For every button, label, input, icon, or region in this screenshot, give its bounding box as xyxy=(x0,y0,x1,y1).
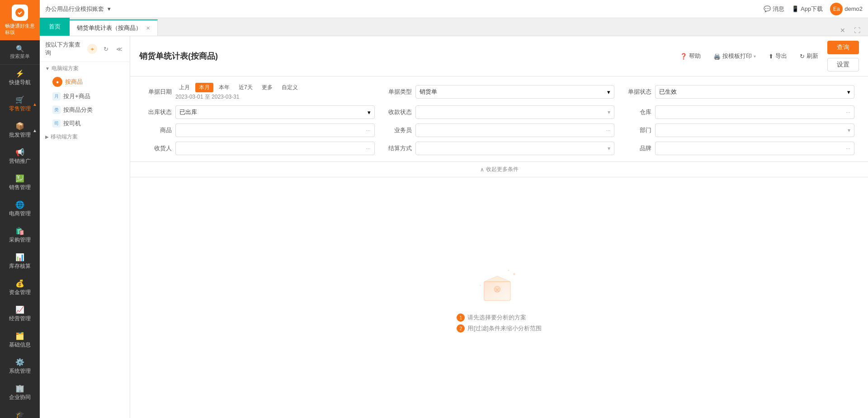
dropdown-icon[interactable]: ▾ xyxy=(108,5,111,12)
sidebar-item-inventory[interactable]: 📊 库存核算 xyxy=(0,248,40,275)
sidebar-item-guide[interactable]: 🎓 新手引导 xyxy=(0,406,40,418)
goods-label: 商品 xyxy=(139,126,175,134)
sidebar-item-marketing[interactable]: 📢 营销推广 xyxy=(0,143,40,170)
sidebar-item-sales[interactable]: 💹 销售管理 xyxy=(0,170,40,196)
date-tab-more[interactable]: 更多 xyxy=(258,83,276,92)
app-download-btn[interactable]: 📱 App下载 xyxy=(792,5,823,13)
user-avatar-btn[interactable]: Ea demo2 xyxy=(830,3,863,15)
refresh-icon: ↻ xyxy=(800,53,805,60)
empty-tip-1: 1 请先选择要分析的方案 xyxy=(457,314,541,322)
logo-icon xyxy=(12,5,28,21)
add-scheme-btn[interactable]: + xyxy=(87,44,97,54)
filter-row-3: 商品 ··· 业务员 ··· xyxy=(139,124,859,137)
tree-item-by-driver[interactable]: 司 按司机 xyxy=(40,117,130,130)
sidebar-item-enterprise[interactable]: 🏢 企业协同 xyxy=(0,380,40,406)
search-menu-item[interactable]: 🔍 搜索菜单 xyxy=(0,40,40,65)
sidebar-item-operations[interactable]: 📈 经营管理 xyxy=(0,301,40,327)
pay-filter-cell: 收款状态 ▾ xyxy=(379,105,619,119)
dept-control: ▾ xyxy=(655,124,854,137)
date-filter-cell: 单据日期 上月 本月 本年 近7天 更多 自定义 xyxy=(139,83,379,101)
tip-num-1: 1 xyxy=(457,314,465,322)
empty-tip-2: 2 用[过滤]条件来缩小分析范围 xyxy=(457,324,541,332)
warehouse-filter-cell: 仓库 ··· xyxy=(619,105,859,119)
tree-section-mobile: ▶ 移动端方案 xyxy=(40,130,130,142)
warehouse-more-icon: ··· xyxy=(846,109,850,115)
salesman-select[interactable]: ··· xyxy=(415,124,615,137)
tab-home[interactable]: 首页 xyxy=(40,18,70,36)
date-tab-this-year[interactable]: 本年 xyxy=(215,83,233,92)
print-btn[interactable]: 🖨️ 按模板打印 ▾ xyxy=(710,50,760,62)
tree-item-by-goods[interactable]: ● 按商品 xyxy=(40,74,130,90)
tab-sales-stats[interactable]: 销货单统计表（按商品） ✕ xyxy=(70,19,158,36)
svg-point-6 xyxy=(513,273,515,276)
print-arrow-icon: ▾ xyxy=(754,54,756,59)
settings-btn[interactable]: 设置 xyxy=(827,58,859,71)
dept-select[interactable]: ▾ xyxy=(655,124,854,137)
payment-filter-cell: 结算方式 ▾ xyxy=(379,142,619,155)
sidebar-item-basic[interactable]: 🗂️ 基础信息 xyxy=(0,327,40,353)
warehouse-select[interactable]: ··· xyxy=(655,105,854,119)
active-scheme-icon: ● xyxy=(52,77,62,87)
brand-select[interactable]: ··· xyxy=(655,142,854,155)
collapse-filters-btn[interactable]: ∧ 收起更多条件 xyxy=(130,162,868,177)
refresh-btn[interactable]: ↻ 刷新 xyxy=(796,50,822,62)
maximize-window-btn[interactable]: ⛶ xyxy=(852,25,863,36)
export-icon: ⬆ xyxy=(769,53,774,60)
pay-select[interactable]: ▾ xyxy=(415,105,615,119)
type-label: 单据类型 xyxy=(379,88,415,96)
dept-label: 部门 xyxy=(619,126,655,134)
date-label: 单据日期 xyxy=(139,88,175,96)
brand-filter-cell: 品牌 ··· xyxy=(619,142,859,155)
goods-more-icon: ··· xyxy=(366,127,371,133)
sidebar-item-system[interactable]: ⚙️ 系统管理 xyxy=(0,353,40,380)
close-window-btn[interactable]: ✕ xyxy=(837,25,848,36)
payment-label: 结算方式 xyxy=(379,144,415,152)
receiver-select[interactable]: ··· xyxy=(175,142,375,155)
payment-select[interactable]: ▾ xyxy=(415,142,615,155)
query-btn[interactable]: 查询 xyxy=(827,41,859,54)
date-tab-7days[interactable]: 近7天 xyxy=(235,83,256,92)
type-control: 销货单 ▾ xyxy=(415,85,615,99)
refresh-scheme-btn[interactable]: ↻ xyxy=(101,44,111,54)
goods-select[interactable]: ··· xyxy=(175,124,375,137)
message-btn[interactable]: 💬 消息 xyxy=(764,5,784,13)
outstock-arrow: ▾ xyxy=(368,109,371,116)
export-btn[interactable]: ⬆ 导出 xyxy=(765,50,791,62)
tree-item-by-month-goods[interactable]: 月 按月+商品 xyxy=(40,90,130,103)
logo-text: 畅捷通好生意 标版 xyxy=(5,23,35,36)
page-header: 销货单统计表(按商品) ❓ 帮助 🖨️ 按模板打印 ▾ ⬆ 导出 xyxy=(130,36,868,76)
type-select[interactable]: 销货单 ▾ xyxy=(415,85,615,99)
filter-row-1: 单据日期 上月 本月 本年 近7天 更多 自定义 xyxy=(139,83,859,101)
sidebar-logo: 畅捷通好生意 标版 xyxy=(0,0,40,40)
sidebar-item-wholesale[interactable]: 📦 批发管理 ▲ xyxy=(0,117,40,143)
outstock-filter-cell: 出库状态 已出库 ▾ xyxy=(139,105,379,119)
outstock-select[interactable]: 已出库 ▾ xyxy=(175,105,375,119)
industry-label: 办公用品行业模拟账套 xyxy=(45,5,104,13)
goods-control: ··· xyxy=(175,124,375,137)
left-panel: 按以下方案查询 + ↻ ≪ ▼ 电脑端方案 ● 按商品 月 按月+商品 xyxy=(40,36,130,418)
date-tab-this-month[interactable]: 本月 xyxy=(195,83,213,92)
help-btn[interactable]: ❓ 帮助 xyxy=(676,50,704,62)
date-tab-custom[interactable]: 自定义 xyxy=(278,83,302,92)
page-title: 销货单统计表(按商品) xyxy=(139,51,218,62)
status-select[interactable]: 已生效 ▾ xyxy=(655,85,854,99)
scheme-icon-month: 月 xyxy=(52,92,61,100)
payment-control: ▾ xyxy=(415,142,615,155)
sidebar-item-ecommerce[interactable]: 🌐 电商管理 xyxy=(0,196,40,222)
sidebar-item-purchase[interactable]: 🛍️ 采购管理 xyxy=(0,222,40,248)
status-control: 已生效 ▾ xyxy=(655,85,854,99)
sidebar-item-finance[interactable]: 💰 资金管理 xyxy=(0,275,40,301)
sidebar-item-quicknav[interactable]: ⚡ 快捷导航 xyxy=(0,65,40,91)
date-tab-last-month[interactable]: 上月 xyxy=(175,83,193,92)
tab-close-btn[interactable]: ✕ xyxy=(146,25,150,31)
tree-item-by-category[interactable]: 类 按商品分类 xyxy=(40,103,130,117)
sidebar-item-retail[interactable]: 🛒 零售管理 ▲ xyxy=(0,91,40,117)
date-range-display: 2023-03-01 至 2023-03-31 xyxy=(175,93,375,101)
sidebar: 畅捷通好生意 标版 🔍 搜索菜单 ⚡ 快捷导航 🛒 零售管理 ▲ 📦 批发管理 … xyxy=(0,0,40,418)
header-right: 💬 消息 📱 App下载 Ea demo2 xyxy=(764,3,863,15)
avatar: Ea xyxy=(830,3,843,15)
date-tabs-group: 上月 本月 本年 近7天 更多 自定义 2023-03-01 至 2023-03… xyxy=(175,83,375,101)
date-tabs-row: 上月 本月 本年 近7天 更多 自定义 xyxy=(175,83,375,92)
collapse-panel-btn[interactable]: ≪ xyxy=(114,44,124,54)
brand-more-icon: ··· xyxy=(846,145,850,152)
